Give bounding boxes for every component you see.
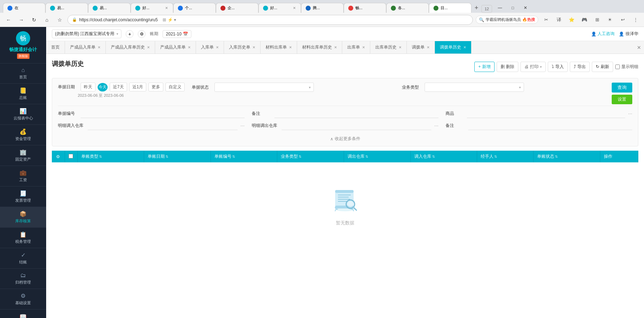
company-selector[interactable]: (勿删勿禁用) 江西服宝测试专用 ▾ (52, 29, 121, 38)
date-btn-7days[interactable]: 近7天 (110, 83, 127, 91)
date-btn-today[interactable]: 今天 (98, 83, 108, 91)
app-tab-home[interactable]: 首页 (46, 41, 65, 54)
sidebar-item-ledger[interactable]: 📒 总账 (0, 84, 46, 104)
display-toggle-checkbox[interactable] (615, 65, 620, 69)
goods-input[interactable] (467, 109, 625, 118)
app-tab-material-out[interactable]: 材料出库单 ✕ (261, 41, 297, 54)
period-selector[interactable]: 2021-10 📅 (163, 30, 191, 38)
backup-remark-input[interactable] (468, 121, 632, 130)
sidebar-item-inventory[interactable]: 📦 库存核算 (0, 207, 46, 228)
star-icon-btn[interactable]: ⭐ (567, 15, 577, 25)
remark-input[interactable] (274, 109, 438, 118)
translate-icon-btn[interactable]: 译 (554, 15, 564, 25)
table-header-doc-status[interactable]: 单账状态 ⇅ (534, 151, 600, 162)
date-btn-custom[interactable]: 自定义 (165, 83, 185, 91)
app-tab-material-out-history-close[interactable]: ✕ (334, 45, 337, 49)
delete-button[interactable]: 删 删除 (497, 62, 518, 72)
sidebar-item-tax[interactable]: 📋 税务管理 (0, 228, 46, 248)
settings-gear-button[interactable]: ⚙ (138, 30, 146, 38)
print-button[interactable]: 🖨 打印 ▾ (520, 62, 546, 72)
browser-tab-9[interactable]: 畅... (344, 3, 386, 13)
browser-tab-10[interactable]: 各... (386, 3, 429, 13)
maximize-button[interactable]: □ (508, 3, 518, 13)
sidebar-item-archive[interactable]: 🗂 归档管理 (0, 269, 46, 289)
detail-out-input[interactable] (282, 121, 431, 130)
sidebar-item-invoice[interactable]: 🧾 发票管理 (0, 186, 46, 207)
browser-tab-11[interactable]: 目... (429, 3, 471, 13)
app-tab-stock-out-history-close[interactable]: ✕ (399, 45, 402, 49)
home-button[interactable]: ⌂ (42, 15, 52, 25)
table-header-doc-no[interactable]: 单账编号 ⇅ (211, 151, 277, 162)
app-tab-material-out-close[interactable]: ✕ (289, 45, 292, 49)
table-header-out-warehouse[interactable]: 调出仓库 ⇅ (344, 151, 411, 162)
brightness-icon-btn[interactable]: ☀ (605, 15, 615, 25)
game-icon-btn[interactable]: 🎮 (579, 15, 589, 25)
app-tab-stock-in-close[interactable]: ✕ (216, 45, 219, 49)
status-select[interactable]: ▾ (214, 83, 314, 92)
app-tab-transfer[interactable]: 调拨单 ✕ (407, 41, 435, 54)
table-header-gear[interactable]: ⚙ (52, 151, 65, 162)
user-info[interactable]: 👤 徐泽华 (619, 31, 638, 37)
app-tab-material-out-history[interactable]: 材料出库单历史 ✕ (297, 41, 342, 54)
tab-bar-close-btn[interactable]: ✕ (637, 45, 641, 50)
scissors-icon-btn[interactable]: ✂ (541, 15, 551, 25)
app-tab-product-in[interactable]: 产成品入库单 ✕ (65, 41, 106, 54)
table-header-handler[interactable]: 经手人 ⇅ (477, 151, 534, 162)
app-tab-transfer-close[interactable]: ✕ (427, 45, 430, 49)
browser-tab-4[interactable]: 好... ✕ (131, 3, 173, 13)
table-header-in-warehouse[interactable]: 调入仓库 ⇅ (410, 151, 477, 162)
table-header-checkbox[interactable] (65, 151, 77, 162)
sidebar-item-reports[interactable]: 📊 云报表中心 (0, 104, 46, 125)
add-company-button[interactable]: + (126, 30, 133, 38)
sidebar-item-fixed-assets[interactable]: 🏢 固定资产 (0, 145, 46, 166)
sidebar-item-funds[interactable]: 💰 资金管理 (0, 125, 46, 145)
display-toggle-label[interactable]: 显示明细 (615, 64, 638, 70)
date-btn-1month[interactable]: 近1月 (129, 83, 147, 91)
refresh-button[interactable]: ↻ 刷新 (592, 62, 613, 72)
sidebar-item-guide[interactable]: 📖 新手引导 (0, 309, 46, 318)
browser-tab-5[interactable]: 个... (173, 3, 216, 13)
app-tab-transfer-history-close[interactable]: ✕ (463, 45, 466, 49)
history-icon-btn[interactable]: ↩ (618, 15, 628, 25)
browser-tab-3[interactable]: 易... (88, 3, 131, 13)
app-tab-stock-in[interactable]: 入库单 ✕ (196, 41, 224, 54)
tab-count-badge[interactable]: 12 (481, 5, 492, 13)
close-window-button[interactable]: ✕ (520, 3, 530, 13)
query-button[interactable]: 查询 (612, 83, 632, 93)
biz-type-select[interactable]: ▾ (425, 83, 524, 92)
import-button[interactable]: ⤵ 导入 (548, 62, 568, 72)
tab-close-4[interactable]: ✕ (164, 5, 169, 11)
grid-icon-btn[interactable]: ⊞ (592, 15, 602, 25)
browser-tab-8[interactable]: 腾... (301, 3, 344, 13)
filter-settings-button[interactable]: 设置 (612, 95, 632, 104)
app-tab-product-in-close[interactable]: ✕ (98, 45, 100, 49)
detail-out-ellipsis-btn[interactable]: ··· (434, 123, 438, 128)
new-tab-button[interactable]: + (471, 3, 481, 13)
back-button[interactable]: ← (4, 15, 13, 25)
goods-ellipsis-btn[interactable]: ··· (628, 111, 632, 116)
app-tab-product-in2-close[interactable]: ✕ (188, 45, 191, 49)
bookmark-button[interactable]: ☆ (55, 15, 65, 25)
app-tab-transfer-history[interactable]: 调拨单历史 ✕ (435, 41, 471, 54)
app-tab-stock-out[interactable]: 出库单 ✕ (342, 41, 370, 54)
browser-tab-6[interactable]: 企... (216, 3, 258, 13)
app-tab-product-in2[interactable]: 产成品入库单 ✕ (155, 41, 196, 54)
sidebar-item-home[interactable]: ⌂ 首页 (0, 63, 46, 84)
new-button[interactable]: + 新增 (474, 62, 494, 72)
detail-in-ellipsis-btn[interactable]: ··· (240, 123, 245, 128)
forward-button[interactable]: → (16, 15, 26, 25)
refresh-button[interactable]: ↻ (29, 15, 39, 25)
sidebar-item-settle[interactable]: ✓ 结账 (0, 248, 46, 269)
tab-close-7[interactable]: ✕ (292, 5, 296, 11)
more-icon-btn[interactable]: ⋮ (631, 15, 640, 25)
app-tab-stock-in-history-close[interactable]: ✕ (252, 45, 255, 49)
table-header-doc-date[interactable]: 单账日期 ⇅ (144, 151, 211, 162)
search-bar[interactable]: 🔍 学霸应聘机场驱鸟员 🔥热搜 (476, 16, 538, 24)
date-btn-more[interactable]: 更多 (148, 83, 163, 91)
detail-in-input[interactable] (88, 121, 238, 130)
browser-tab-7[interactable]: 好... ✕ (258, 3, 301, 13)
browser-tab-2[interactable]: 易... (45, 3, 88, 13)
app-tab-stock-out-close[interactable]: ✕ (362, 45, 365, 49)
app-tab-product-in-history-close[interactable]: ✕ (147, 45, 150, 49)
app-tab-stock-out-history[interactable]: 出库单历史 ✕ (370, 41, 407, 54)
